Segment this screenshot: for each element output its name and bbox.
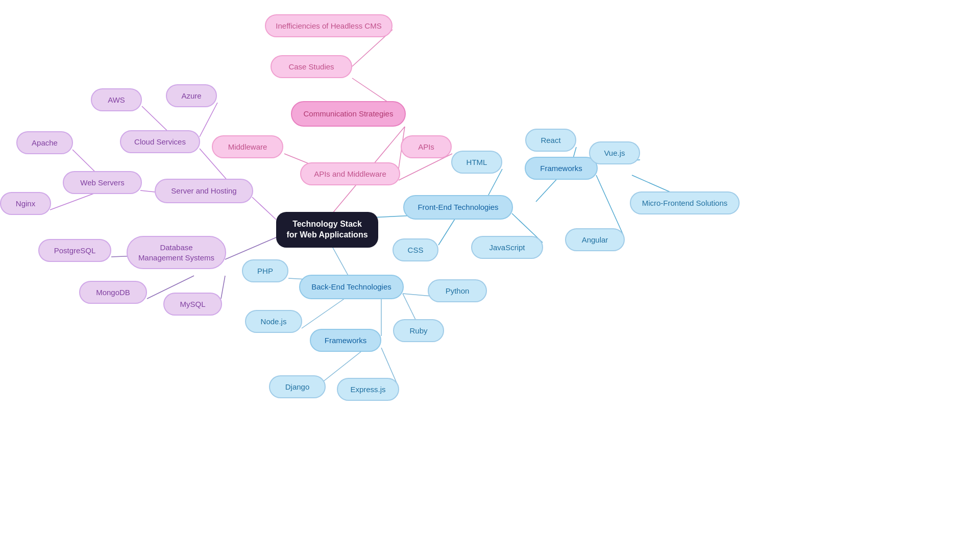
python-label: Python	[446, 286, 470, 296]
vuejs-label: Vue.js	[604, 148, 625, 158]
micro-frontend-label: Micro-Frontend Solutions	[642, 198, 728, 208]
communication-strategies-node: Communication Strategies	[291, 101, 406, 127]
middleware-label: Middleware	[228, 142, 267, 152]
expressjs-node: Express.js	[337, 378, 399, 401]
azure-label: Azure	[181, 91, 201, 101]
react-label: React	[541, 135, 560, 146]
fe-frameworks-node: Frameworks	[525, 157, 598, 180]
expressjs-label: Express.js	[350, 384, 385, 395]
cloud-services-node: Cloud Services	[120, 130, 200, 153]
django-label: Django	[285, 382, 310, 392]
python-node: Python	[428, 279, 487, 302]
mysql-label: MySQL	[180, 299, 205, 309]
db-management-label: Database Management Systems	[138, 243, 215, 262]
inefficiencies-label: Inefficiencies of Headless CMS	[276, 21, 381, 31]
communication-strategies-label: Communication Strategies	[304, 109, 394, 119]
fe-frameworks-label: Frameworks	[540, 163, 582, 174]
css-node: CSS	[393, 238, 438, 261]
middleware-node: Middleware	[212, 135, 283, 158]
inefficiencies-node: Inefficiencies of Headless CMS	[265, 14, 393, 37]
ruby-node: Ruby	[393, 319, 444, 342]
micro-frontend-node: Micro-Frontend Solutions	[630, 191, 740, 214]
javascript-label: JavaScript	[489, 243, 525, 253]
apis-middleware-label: APIs and Middleware	[314, 169, 386, 179]
be-frameworks-label: Frameworks	[325, 335, 367, 346]
postgresql-label: PostgreSQL	[54, 246, 96, 256]
connections-svg	[0, 0, 980, 553]
backend-label: Back-End Technologies	[311, 282, 391, 292]
php-node: PHP	[242, 259, 288, 282]
cloud-services-label: Cloud Services	[134, 137, 186, 147]
case-studies-label: Case Studies	[288, 62, 334, 72]
db-management-node: Database Management Systems	[127, 236, 226, 269]
nodejs-node: Node.js	[245, 310, 302, 333]
case-studies-node: Case Studies	[271, 55, 352, 78]
frontend-node: Front-End Technologies	[403, 195, 513, 220]
javascript-node: JavaScript	[471, 236, 543, 259]
web-servers-node: Web Servers	[63, 171, 142, 194]
backend-node: Back-End Technologies	[299, 275, 404, 299]
azure-node: Azure	[166, 84, 217, 107]
aws-node: AWS	[91, 88, 142, 111]
postgresql-node: PostgreSQL	[38, 239, 111, 262]
mongodb-node: MongoDB	[79, 281, 147, 304]
server-hosting-node: Server and Hosting	[155, 179, 253, 203]
apache-label: Apache	[32, 138, 58, 148]
php-label: PHP	[257, 266, 273, 276]
mongodb-label: MongoDB	[96, 287, 130, 298]
frontend-label: Front-End Technologies	[418, 202, 498, 212]
apis-middleware-node: APIs and Middleware	[300, 162, 400, 185]
react-node: React	[525, 129, 576, 152]
center-node: Technology Stack for Web Applications	[276, 212, 378, 248]
html-label: HTML	[467, 157, 487, 167]
svg-line-13	[225, 237, 276, 259]
aws-label: AWS	[108, 95, 125, 105]
server-hosting-label: Server and Hosting	[171, 186, 236, 196]
center-label: Technology Stack for Web Applications	[286, 219, 368, 241]
apis-label: APIs	[418, 142, 434, 152]
apache-node: Apache	[16, 131, 73, 154]
django-node: Django	[269, 375, 326, 398]
html-node: HTML	[451, 151, 502, 174]
nodejs-label: Node.js	[261, 317, 287, 327]
svg-line-16	[221, 276, 225, 299]
svg-line-32	[596, 175, 623, 235]
nginx-label: Nginx	[16, 199, 35, 209]
vuejs-node: Vue.js	[589, 141, 640, 164]
angular-node: Angular	[565, 228, 625, 251]
apis-node: APIs	[401, 135, 452, 158]
css-label: CSS	[408, 245, 424, 255]
ruby-label: Ruby	[409, 326, 427, 336]
svg-line-6	[252, 197, 276, 220]
angular-label: Angular	[582, 235, 608, 245]
web-servers-label: Web Servers	[80, 178, 124, 188]
be-frameworks-node: Frameworks	[310, 329, 381, 352]
svg-line-10	[200, 103, 217, 137]
nginx-node: Nginx	[0, 192, 51, 215]
mysql-node: MySQL	[163, 293, 222, 316]
svg-line-23	[323, 348, 366, 382]
